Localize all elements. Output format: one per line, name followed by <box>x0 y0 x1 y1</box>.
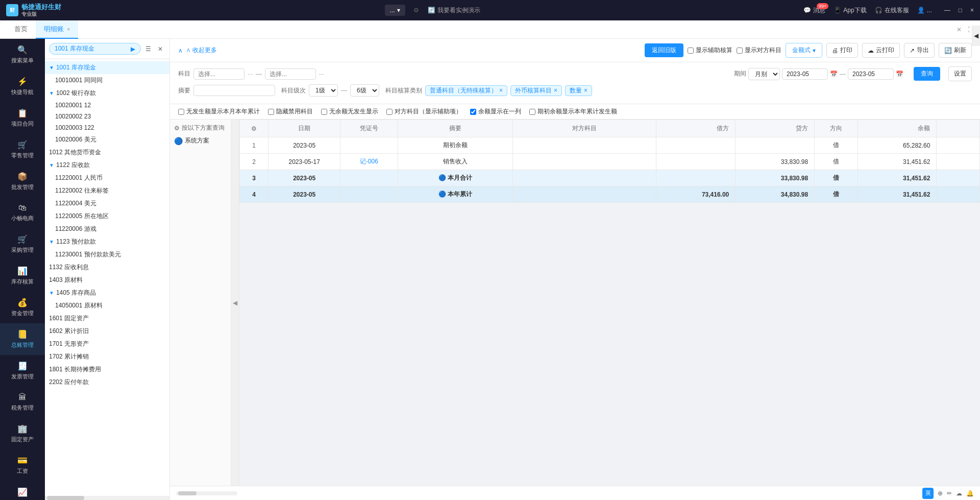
tree-item-1012[interactable]: 1012 其他货币资金 <box>45 146 169 159</box>
tree-item-1002[interactable]: ▼ 1002 银行存款 <box>45 87 169 100</box>
query-collapse-button[interactable]: ◀ <box>231 120 239 486</box>
tree-item-11220006[interactable]: 11220006 游戏 <box>45 223 169 235</box>
window-maximize[interactable]: □ <box>959 7 962 14</box>
checkbox-hide-disabled[interactable]: 隐藏禁用科目 <box>268 107 313 116</box>
online-service-button[interactable]: 🎧 在线客服 <box>875 6 909 15</box>
tree-item-1122[interactable]: ▼ 1122 应收款 <box>45 159 169 172</box>
checkbox-hide-disabled-input[interactable] <box>268 109 274 115</box>
level-to-select[interactable]: 6级5级4级 <box>350 84 379 97</box>
sidebar-item-salary[interactable]: 💳 工资 <box>0 449 45 481</box>
checkbox-balance-one-col[interactable]: 余额显示在一列 <box>470 107 521 116</box>
filter-tag-foreign[interactable]: 外币核算科目 × <box>510 85 562 96</box>
return-old-version-button[interactable]: 返回旧版 <box>645 43 683 57</box>
tree-item-11220005[interactable]: 11220005 所在地区 <box>45 210 169 223</box>
app-download-button[interactable]: 📱 App下载 <box>834 6 866 15</box>
tree-item-1801[interactable]: 1801 长期待摊费用 <box>45 363 169 376</box>
system-scheme-item[interactable]: 🔵 系统方案 <box>174 136 227 145</box>
tree-item-14050001[interactable]: 14050001 原材料 <box>45 299 169 312</box>
print-button[interactable]: 🖨 打印 <box>826 43 858 58</box>
sidebar-item-retail[interactable]: 🛒 零售管理 <box>0 134 45 165</box>
export-button[interactable]: ↗ 导出 <box>904 43 935 58</box>
tree-item-1123[interactable]: ▼ 1123 预付款款 <box>45 235 169 248</box>
sidebar-item-finance[interactable]: 💰 资金管理 <box>0 292 45 323</box>
refresh-button[interactable]: 🔄 刷新 <box>939 43 972 58</box>
tree-item-11220001[interactable]: 11220001 人民币 <box>45 172 169 184</box>
query-settings-icon[interactable]: ⚙ <box>174 125 180 132</box>
tree-item-1132[interactable]: 1132 应收利息 <box>45 261 169 274</box>
tree-item-10020001[interactable]: 10020001 12 <box>45 100 169 111</box>
checkbox-opening-balance-input[interactable] <box>529 109 535 115</box>
settings-button[interactable]: 设置 <box>948 66 972 81</box>
tree-item-10020002[interactable]: 10020002 23 <box>45 111 169 122</box>
filter-tag-quantity-close[interactable]: × <box>584 87 587 94</box>
period-calendar-start[interactable]: 📅 <box>830 70 838 78</box>
sidebar-item-assets[interactable]: 🏢 固定资产 <box>0 418 45 449</box>
amount-style-button[interactable]: 金额式 ▾ <box>786 43 822 58</box>
tree-item-11230001[interactable]: 11230001 预付款款美元 <box>45 248 169 261</box>
col-counterpart[interactable]: 对方科目 <box>512 120 656 137</box>
checkbox-no-amount[interactable]: 无发生额显示本月本年累计 <box>178 107 260 116</box>
sidebar-item-wholesale[interactable]: 📦 批发管理 <box>0 165 45 197</box>
show-counterpart-checkbox[interactable]: 显示对方科目 <box>737 46 781 55</box>
filter-tag-quantity[interactable]: 数量 × <box>565 85 592 96</box>
window-close-top[interactable]: ✕ <box>957 26 962 33</box>
checkbox-opening-balance[interactable]: 期初余额显示本年累计发生额 <box>529 107 617 116</box>
tree-item-1405[interactable]: ▼ 1405 库存商品 <box>45 287 169 299</box>
cloud-print-button[interactable]: ☁ 云打印 <box>862 43 900 58</box>
col-gear[interactable]: ⚙ <box>240 120 268 137</box>
horizontal-scrollbar-area[interactable] <box>176 491 237 495</box>
subject-to-input[interactable] <box>265 68 316 80</box>
sidebar-item-tax[interactable]: 🏛 税务管理 <box>0 387 45 418</box>
tree-item-11220004[interactable]: 11220004 美元 <box>45 197 169 210</box>
sidebar-item-purchase[interactable]: 🛒 采购管理 <box>0 228 45 260</box>
col-debit[interactable]: 借方 <box>656 120 736 137</box>
subject-from-input[interactable] <box>193 68 244 80</box>
summary-input[interactable] <box>193 85 275 96</box>
checkbox-no-balance[interactable]: 无余额无发生显示 <box>321 107 378 116</box>
status-icon-4[interactable]: 🔔 <box>966 490 974 497</box>
tab-detail[interactable]: 明细账 × <box>36 20 78 39</box>
tab-home[interactable]: 首页 <box>6 20 36 39</box>
demo-link[interactable]: 🔄 我要看实例演示 <box>428 6 480 15</box>
tab-detail-close[interactable]: × <box>67 26 70 32</box>
settings-icon[interactable]: ⚙ <box>411 5 422 15</box>
show-counterpart-input[interactable] <box>737 47 743 54</box>
account-search-tag[interactable]: 1001 库存现金 ▶ <box>49 43 141 55</box>
tree-item-2202[interactable]: 2202 应付年款 <box>45 376 169 389</box>
tree-item-1601[interactable]: 1601 固定资产 <box>45 312 169 325</box>
account-close-icon[interactable]: ✕ <box>155 44 165 54</box>
collapse-more-button[interactable]: ∧ ∧ 收起更多 <box>178 46 217 55</box>
checkbox-counterpart-subject-input[interactable] <box>386 109 393 115</box>
user-avatar[interactable]: 👤 ... <box>917 7 932 14</box>
tree-item-10010001[interactable]: 10010001 同同同 <box>45 74 169 87</box>
checkbox-counterpart-subject[interactable]: 对方科目（显示辅助项） <box>386 107 462 116</box>
col-date[interactable]: 日期 <box>268 120 340 137</box>
period-start-input[interactable] <box>782 68 828 80</box>
window-minimize[interactable]: — <box>944 7 950 14</box>
sidebar-item-ledger[interactable]: 📒 总账管理 <box>0 323 45 355</box>
sidebar-item-management[interactable]: 📈 经营管理 <box>0 481 45 500</box>
checkbox-balance-one-col-input[interactable] <box>470 109 476 115</box>
tree-item-10020003[interactable]: 10020003 122 <box>45 122 169 133</box>
tree-item-1702[interactable]: 1702 累计摊销 <box>45 350 169 363</box>
filter-tag-ordinary-close[interactable]: × <box>499 87 503 94</box>
period-end-input[interactable] <box>848 68 894 80</box>
right-collapse-button[interactable]: ◀ <box>972 39 980 46</box>
account-tree-scrollbar[interactable] <box>45 496 169 500</box>
show-assist-checkbox[interactable]: 显示辅助核算 <box>688 46 732 55</box>
query-button[interactable]: 查询 <box>914 67 940 81</box>
status-icon-1[interactable]: ⊕ <box>938 490 943 497</box>
sidebar-item-ecommerce[interactable]: 🛍 小畅电商 <box>0 197 45 228</box>
col-credit[interactable]: 贷方 <box>736 120 815 137</box>
show-assist-input[interactable] <box>688 47 694 54</box>
window-close[interactable]: × <box>970 7 974 14</box>
checkbox-no-balance-input[interactable] <box>321 109 327 115</box>
row2-voucher[interactable]: 记-006 <box>340 154 398 170</box>
sidebar-item-invoice[interactable]: 🧾 发票管理 <box>0 355 45 387</box>
checkbox-no-amount-input[interactable] <box>178 109 184 115</box>
period-calendar-end[interactable]: 📅 <box>896 70 903 78</box>
sidebar-item-quicknav[interactable]: ⚡ 快捷导航 <box>0 70 45 102</box>
tree-item-1701[interactable]: 1701 无形资产 <box>45 338 169 350</box>
voucher-link-006[interactable]: 记-006 <box>360 158 378 165</box>
tree-item-10020006[interactable]: 10020006 美元 <box>45 133 169 146</box>
